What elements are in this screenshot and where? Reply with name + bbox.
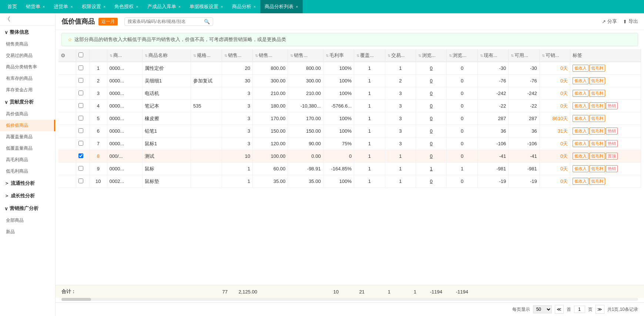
coverage-column-header[interactable]: ⇅覆盖...: [354, 49, 385, 62]
row-checkbox[interactable]: [78, 78, 83, 83]
close-icon[interactable]: ×: [43, 4, 45, 9]
browse1-cell[interactable]: 1: [416, 163, 446, 175]
row-checkbox[interactable]: [78, 103, 83, 108]
next-page-button[interactable]: ≫: [596, 305, 604, 314]
sale-amt-column-header[interactable]: ⇅销售...: [252, 49, 288, 62]
row-checkbox[interactable]: [78, 166, 83, 171]
row-checkbox[interactable]: [78, 91, 83, 95]
margin-rate-column-header[interactable]: ⇅毛利率: [323, 49, 354, 62]
sale-qty-cell: 20: [222, 62, 252, 75]
close-icon[interactable]: ×: [103, 4, 105, 9]
trade-column-header[interactable]: ⇅交易...: [385, 49, 416, 62]
name-cell: 吴细细1: [142, 75, 191, 87]
share-icon: ↗: [602, 19, 606, 24]
coverage-cell: 1: [354, 137, 385, 150]
sidebar-item-high-value[interactable]: 高价值商品: [0, 108, 55, 120]
stock-cell: -242: [477, 87, 508, 100]
settings-cell: [58, 137, 76, 150]
settings-icon[interactable]: ⚙: [61, 52, 66, 58]
stock-cell: -76: [477, 75, 508, 87]
settings-column-header[interactable]: ⚙: [58, 49, 76, 62]
close-icon[interactable]: ×: [178, 4, 181, 9]
per-page-select[interactable]: 50 100 200: [533, 305, 552, 313]
browse1-cell[interactable]: 0: [416, 125, 446, 137]
sidebar-item-sales-products[interactable]: 销售类商品: [0, 38, 55, 50]
close-icon[interactable]: ×: [136, 4, 138, 9]
nav-role-auth[interactable]: 角色授权 ×: [110, 0, 142, 13]
sidebar-item-traded-products[interactable]: 交易过的商品: [0, 50, 55, 61]
select-all-checkbox[interactable]: [78, 52, 83, 57]
time-badge[interactable]: 近一月: [98, 18, 118, 26]
coverage-cell: 1: [354, 163, 385, 175]
horizontal-scrollbar[interactable]: [61, 298, 638, 301]
avail-column-header[interactable]: ⇅可用...: [509, 49, 539, 62]
close-icon[interactable]: ×: [296, 4, 298, 9]
table-row: 5 0000... 橡皮擦 3 170.00 170.00 100% 1 3 0…: [58, 112, 641, 125]
sidebar-item-stocked-products[interactable]: 有库存的商品: [0, 73, 55, 84]
sale-qty-column-header[interactable]: ⇅销售...: [222, 49, 252, 62]
table-wrapper[interactable]: ⚙ ⇅商... ⇅商品名称 ⇅规格...: [56, 49, 644, 285]
browse1-cell[interactable]: 0: [416, 150, 446, 163]
sidebar-item-low-coverage[interactable]: 低覆盖量商品: [0, 143, 55, 154]
trade-cell: 1: [385, 175, 416, 188]
stock-cell: -30: [477, 62, 508, 75]
browse1-cell[interactable]: 0: [416, 137, 446, 150]
close-icon[interactable]: ×: [70, 4, 73, 9]
browse1-cell[interactable]: 0: [416, 100, 446, 112]
sidebar-item-category-sales-rate[interactable]: 商品分类销售率: [0, 61, 55, 73]
browse1-cell[interactable]: 0: [416, 75, 446, 87]
browse1-cell[interactable]: 0: [416, 112, 446, 125]
content-area: 低价值商品 近一月 🔍 ↗ 分享 ⬆ 导出 ☆ 这部分商品的销售收入大幅低于商品: [56, 13, 644, 316]
search-input[interactable]: [128, 19, 202, 24]
browse2-cell: 0: [447, 150, 477, 163]
sidebar-item-new-products[interactable]: 新品: [0, 226, 55, 238]
avail-cell: -22: [509, 100, 539, 112]
nav-template-settings[interactable]: 单据模板设置 ×: [185, 0, 227, 13]
export-button[interactable]: ⬆ 导出: [623, 18, 638, 25]
saleable-column-header[interactable]: ⇅可销...: [539, 49, 570, 62]
sidebar-item-low-value[interactable]: 低价值商品: [0, 120, 55, 131]
sidebar-collapse-button[interactable]: 《: [3, 16, 12, 23]
margin-rate-cell: 100%: [323, 62, 354, 75]
sale-qty-cell: 30: [222, 75, 252, 87]
sidebar-item-high-margin[interactable]: 高毛利商品: [0, 154, 55, 166]
first-page-button[interactable]: ≪: [555, 305, 564, 314]
nav-home[interactable]: 首页: [3, 0, 21, 13]
code-column-header[interactable]: ⇅商...: [107, 49, 142, 62]
browse1-column-header[interactable]: ⇅浏览...: [416, 49, 446, 62]
row-checkbox[interactable]: [78, 116, 83, 120]
sidebar-item-low-margin[interactable]: 低毛利商品: [0, 166, 55, 177]
sidebar-item-inventory-capital[interactable]: 库存资金占用: [0, 84, 55, 96]
row-checkbox[interactable]: [78, 153, 83, 158]
sale-qty-cell: 10: [222, 150, 252, 163]
nav-permission-settings[interactable]: 权限设置 ×: [77, 0, 110, 13]
scrollbar-thumb[interactable]: [61, 298, 91, 301]
page-input[interactable]: [574, 306, 585, 313]
margin-rate-cell: 75%: [323, 137, 354, 150]
row-checkbox[interactable]: [78, 65, 83, 70]
nav-sales-order[interactable]: 销货单 ×: [21, 0, 49, 13]
spec-column-header[interactable]: ⇅规格...: [191, 49, 222, 62]
browse1-cell[interactable]: 0: [416, 175, 446, 188]
browse1-cell[interactable]: 0: [416, 62, 446, 75]
browse2-column-header[interactable]: ⇅浏览...: [447, 49, 477, 62]
search-icon[interactable]: 🔍: [204, 19, 210, 24]
row-checkbox[interactable]: [78, 179, 83, 183]
nav-product-analysis[interactable]: 商品分析 ×: [228, 0, 260, 13]
nav-purchase-order[interactable]: 进货单 ×: [49, 0, 77, 13]
sale-profit-column-header[interactable]: ⇅销售...: [288, 49, 323, 62]
sale-amt-cell: 300.00: [252, 75, 288, 87]
row-checkbox[interactable]: [78, 128, 83, 133]
name-column-header[interactable]: ⇅商品名称: [142, 49, 191, 62]
browse1-cell[interactable]: 0: [416, 87, 446, 100]
sidebar-item-high-coverage[interactable]: 高覆盖量商品: [0, 131, 55, 143]
tags-column-header: 标签: [570, 49, 641, 62]
sidebar-item-all-products[interactable]: 全部商品: [0, 215, 55, 226]
share-button[interactable]: ↗ 分享: [602, 18, 617, 25]
close-icon[interactable]: ×: [254, 4, 256, 9]
nav-product-analysis-list[interactable]: 商品分析列表 ×: [260, 0, 302, 13]
row-checkbox[interactable]: [78, 141, 83, 146]
nav-product-inbound[interactable]: 产成品入库单 ×: [143, 0, 185, 13]
stock-column-header[interactable]: ⇅现有...: [477, 49, 508, 62]
close-icon[interactable]: ×: [221, 4, 223, 9]
